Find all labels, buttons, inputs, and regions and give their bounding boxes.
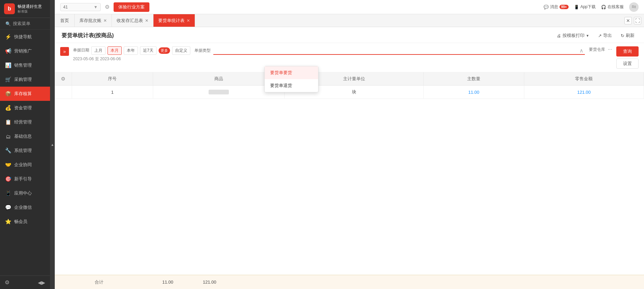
main-content: 41 ▼ ⚙ 体验行业方案 💬 消息 99+ 📱 App下载 🎧 在线客服 Ri…: [55, 0, 644, 289]
sidebar-item-wechat[interactable]: 💬 企业微信: [0, 200, 50, 215]
warehouse-more-icon[interactable]: ···: [608, 46, 612, 52]
tab-inventory-batch[interactable]: 库存批次账 ✕: [75, 14, 112, 27]
app-download-label: App下载: [580, 4, 596, 10]
th-qty: 主数量: [424, 72, 524, 86]
date-btn-this-year[interactable]: 本年: [124, 46, 138, 55]
sidebar-item-guide[interactable]: 🎯 新手引导: [0, 172, 50, 186]
query-button[interactable]: 查询: [616, 46, 639, 57]
date-btn-this-month[interactable]: 本月: [108, 46, 122, 55]
tab-order-stats[interactable]: 要货单统计表 ✕: [153, 14, 195, 27]
dropdown-item-order-label: 要货单要货: [270, 70, 292, 75]
sidebar-item-enterprise[interactable]: 🤝 企业协同: [0, 158, 50, 172]
sidebar-settings-icon[interactable]: ⚙: [5, 279, 9, 286]
sidebar-scroll-button[interactable]: ▲: [50, 0, 55, 289]
date-btn-last-month[interactable]: 上月: [91, 46, 105, 55]
sidebar-item-marketing[interactable]: 📢 营销推广: [0, 44, 50, 58]
th-seq: 序号: [72, 72, 153, 86]
sidebar-item-members[interactable]: ⭐ 畅会员: [0, 215, 50, 229]
type-filter-clear-icon[interactable]: ∧: [579, 47, 583, 54]
tab-inventory-batch-close[interactable]: ✕: [103, 18, 107, 23]
footer-amount: 121.00: [203, 280, 216, 285]
filter-actions: 查询 设置: [616, 46, 639, 69]
filter-settings-button[interactable]: 设置: [616, 59, 639, 69]
messages-badge: 99+: [559, 5, 569, 9]
footer-qty: 11.00: [162, 280, 173, 285]
warehouse-filter-label: 要货仓库: [589, 47, 605, 52]
sidebar-item-system[interactable]: 🔧 系统管理: [0, 143, 50, 158]
print-label: 按模板打印: [563, 32, 585, 39]
online-service-button[interactable]: 🎧 在线客服: [601, 4, 624, 10]
page-content: 要货单统计表(按商品) 🖨 按模板打印 ▼ ↗ 导出 ↻ 刷新 »: [55, 27, 644, 289]
export-button[interactable]: ↗ 导出: [595, 31, 615, 40]
phone-icon: 📱: [574, 5, 579, 9]
type-filter-input[interactable]: [213, 46, 585, 55]
refresh-button[interactable]: ↻ 刷新: [618, 31, 637, 40]
tab-receivable-summary[interactable]: 收发存汇总表 ✕: [112, 14, 153, 27]
sidebar-item-operation[interactable]: 📋 经营管理: [0, 115, 50, 129]
row-amount-link[interactable]: 121.00: [577, 90, 591, 95]
sidebar-item-label: 畅会员: [14, 219, 27, 225]
tab-order-stats-close[interactable]: ✕: [187, 18, 190, 23]
sidebar-item-label: 经营管理: [14, 119, 32, 125]
guide-icon: 🎯: [5, 176, 11, 182]
logo-icon: b: [4, 3, 15, 14]
close-all-icon: ✕: [626, 18, 630, 23]
sidebar-item-inventory[interactable]: 📦 库存核算: [0, 87, 50, 101]
table-footer: 合计 11.00 121.00: [55, 275, 644, 289]
sidebar-search[interactable]: 🔍 搜索菜单: [0, 18, 50, 30]
tabs-end: ✕ ⛶: [622, 17, 644, 24]
tab-inventory-batch-label: 库存批次账: [79, 18, 101, 24]
company-number: 41: [63, 5, 68, 9]
sidebar-item-purchase[interactable]: 🛒 采购管理: [0, 72, 50, 87]
sidebar-item-label: 新手引导: [14, 176, 32, 182]
footer-label: 合计: [95, 280, 103, 285]
tab-receivable-summary-close[interactable]: ✕: [145, 18, 148, 23]
app-center-icon: 📱: [5, 190, 11, 197]
row-qty-link[interactable]: 11.00: [468, 90, 479, 95]
topbar-left: 41 ▼ ⚙ 体验行业方案: [60, 2, 544, 12]
type-filter-group: 单据类型 ∧: [194, 46, 585, 55]
sidebar-collapse-icon[interactable]: ◀▶: [38, 280, 45, 285]
message-icon: 💬: [544, 5, 549, 9]
date-filter-row: 单据日期 上月 本月 本年 近7天 更多 自定义: [73, 46, 190, 55]
trial-button[interactable]: 体验行业方案: [114, 2, 149, 12]
date-range-display: 2023-05-06 至 2023-06-06: [73, 56, 190, 62]
tab-order-stats-label: 要货单统计表: [158, 18, 185, 24]
marketing-icon: 📢: [5, 48, 11, 54]
date-filter-group: 单据日期 上月 本月 本年 近7天 更多 自定义 2023-05-06 至 20…: [73, 46, 190, 62]
export-label: 导出: [603, 32, 612, 39]
tabs-maximize-button[interactable]: ⛶: [634, 17, 641, 24]
app-version: 标准版: [18, 9, 42, 14]
topbar-settings-icon[interactable]: ⚙: [105, 4, 110, 10]
sidebar-item-quick-nav[interactable]: ⚡ 快捷导航: [0, 30, 50, 44]
messages-button[interactable]: 💬 消息 99+: [544, 4, 569, 10]
user-avatar[interactable]: Rit: [629, 2, 639, 12]
footer-label-cell: 合计: [90, 279, 158, 285]
column-settings-icon[interactable]: ⚙: [61, 76, 65, 82]
refresh-icon: ↻: [621, 33, 624, 38]
chevron-down-icon: ▼: [94, 5, 98, 9]
sidebar-item-label: 营销推广: [14, 48, 32, 54]
table-header-row: ⚙ 序号 商品 主计量单位 主数量: [55, 72, 644, 86]
sidebar-item-basic[interactable]: 🗂 基础信息: [0, 129, 50, 143]
purchase-icon: 🛒: [5, 76, 11, 83]
sidebar-item-label: 系统管理: [14, 148, 32, 154]
date-btn-recent7[interactable]: 近7天: [140, 46, 157, 55]
sidebar-item-label: 库存核算: [14, 91, 32, 97]
date-btn-custom[interactable]: 自定义: [172, 46, 190, 55]
expand-button[interactable]: »: [60, 47, 69, 56]
tabs-close-all-button[interactable]: ✕: [624, 17, 632, 24]
print-button[interactable]: 🖨 按模板打印 ▼: [554, 31, 592, 40]
more-badge[interactable]: 更多: [159, 47, 170, 54]
sales-icon: 📊: [5, 62, 11, 69]
company-selector[interactable]: 41 ▼: [60, 3, 101, 11]
sidebar-item-sales[interactable]: 📊 销售管理: [0, 58, 50, 72]
type-input-wrap: ∧: [213, 46, 585, 55]
enterprise-icon: 🤝: [5, 161, 11, 168]
tab-home[interactable]: 首页: [55, 14, 75, 27]
sidebar-item-finance[interactable]: 💰 资金管理: [0, 101, 50, 115]
sidebar-item-app-center[interactable]: 📱 应用中心: [0, 186, 50, 200]
dropdown-item-order[interactable]: 要货单要货: [265, 66, 318, 79]
dropdown-item-return[interactable]: 要货单退货: [265, 79, 318, 92]
app-download-button[interactable]: 📱 App下载: [574, 4, 596, 10]
